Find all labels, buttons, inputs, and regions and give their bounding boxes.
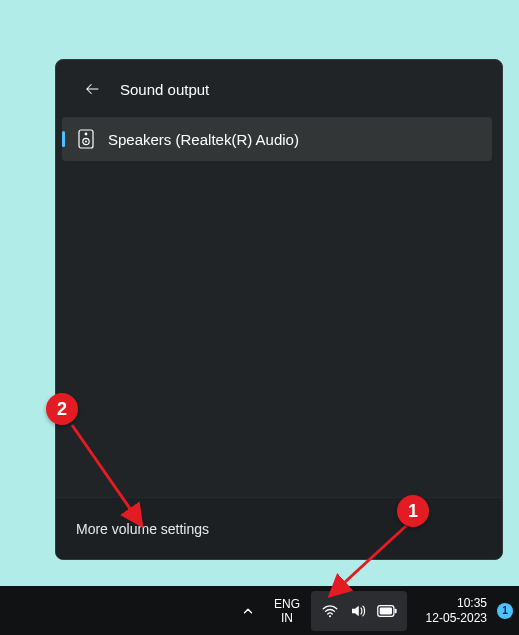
selection-indicator <box>62 131 65 147</box>
svg-line-4 <box>72 425 140 523</box>
device-item-speakers[interactable]: Speakers (Realtek(R) Audio) <box>62 117 492 161</box>
panel-title: Sound output <box>120 81 209 98</box>
annotation-arrow-2 <box>66 419 158 537</box>
taskbar: ENG IN 10:35 12-05-2023 1 <box>0 586 519 635</box>
language-top: ENG <box>274 597 300 611</box>
annotation-badge-2: 2 <box>46 393 78 425</box>
back-button[interactable] <box>80 77 104 101</box>
chevron-up-icon <box>241 604 255 618</box>
annotation-badge-1-label: 1 <box>408 501 418 522</box>
svg-point-6 <box>329 615 331 617</box>
panel-header: Sound output <box>56 60 502 111</box>
svg-rect-8 <box>380 607 392 614</box>
svg-rect-9 <box>395 608 397 613</box>
annotation-badge-1: 1 <box>397 495 429 527</box>
language-bottom: IN <box>281 611 293 625</box>
notification-count: 1 <box>502 605 508 616</box>
clock-time: 10:35 <box>457 596 487 611</box>
device-list: Speakers (Realtek(R) Audio) <box>56 111 502 161</box>
tray-overflow-button[interactable] <box>233 591 263 631</box>
device-label: Speakers (Realtek(R) Audio) <box>108 131 299 148</box>
svg-line-5 <box>332 526 406 594</box>
language-indicator[interactable]: ENG IN <box>265 591 309 631</box>
annotation-arrow-1 <box>322 524 422 606</box>
svg-point-3 <box>85 141 87 143</box>
speaker-icon <box>78 129 94 149</box>
clock-date: 12-05-2023 <box>426 611 487 626</box>
svg-point-1 <box>85 133 88 136</box>
notification-badge[interactable]: 1 <box>497 603 513 619</box>
annotation-badge-2-label: 2 <box>57 399 67 420</box>
arrow-left-icon <box>83 80 101 98</box>
